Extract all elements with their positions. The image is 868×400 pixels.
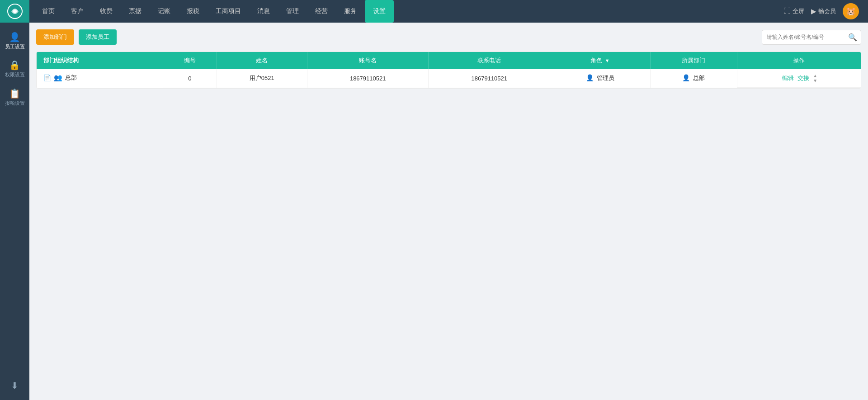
filter-icon: ▼ (605, 58, 610, 63)
content-area: 添加部门 添加员工 🔍 部门组织结构 📄 👥 总部 (29, 23, 868, 400)
table-row: 0 用户0521 18679110521 18679110521 👤 管理员 👤… (163, 69, 861, 88)
content-grid: 部门组织结构 📄 👥 总部 编号 姓名 账号名 联系电话 (36, 52, 861, 89)
edit-link[interactable]: 编辑 (782, 74, 794, 82)
top-navigation: 首页 客户 收费 票据 记账 报税 工商项目 消息 管理 经营 服务 设置 ⛶ … (0, 0, 868, 23)
fullscreen-button[interactable]: ⛶ 全屏 (783, 7, 804, 15)
cell-account: 18679110521 (307, 69, 429, 88)
nav-item-bizproject[interactable]: 工商项目 (208, 0, 249, 23)
scroll-down-button[interactable]: ▼ (813, 78, 817, 83)
sidebar-item-permission[interactable]: 🔒 权限设置 (0, 55, 29, 83)
permission-icon: 🔒 (9, 61, 20, 70)
main-layout: 👤 员工设置 🔒 权限设置 📋 报税设置 ⬇ 添加部门 添加员工 🔍 (0, 23, 868, 400)
sidebar-item-taxsettings[interactable]: 📋 报税设置 (0, 84, 29, 112)
sidebar: 👤 员工设置 🔒 权限设置 📋 报税设置 ⬇ (0, 23, 29, 400)
member-button[interactable]: ▶ 畅会员 (811, 7, 836, 15)
tree-file-icon: 📄 (43, 74, 51, 81)
cell-dept-label: 总部 (693, 75, 705, 81)
search-icon: 🔍 (848, 33, 857, 41)
col-role[interactable]: 角色 ▼ (550, 52, 651, 69)
nav-right: ⛶ 全屏 ▶ 畅会员 🐹 (783, 3, 868, 19)
nav-item-bill[interactable]: 票据 (121, 0, 150, 23)
sidebar-item-taxsettings-label: 报税设置 (5, 100, 25, 106)
cell-name: 用户0521 (217, 69, 307, 88)
video-icon: ▶ (811, 7, 816, 15)
logo-icon (7, 3, 23, 19)
sidebar-download-button[interactable]: ⬇ (0, 376, 29, 395)
sidebar-item-employee-label: 员工设置 (5, 43, 25, 50)
search-box: 🔍 (762, 30, 861, 45)
tree-dept-icon: 👥 (54, 74, 62, 82)
nav-item-tax[interactable]: 报税 (179, 0, 208, 23)
toolbar: 添加部门 添加员工 🔍 (36, 29, 861, 45)
nav-item-account[interactable]: 记账 (150, 0, 179, 23)
col-dept: 所属部门 (650, 52, 737, 69)
download-icon: ⬇ (11, 381, 19, 390)
tree-panel: 部门组织结构 📄 👥 总部 (37, 52, 163, 88)
col-name: 姓名 (217, 52, 307, 69)
member-label: 畅会员 (818, 7, 836, 15)
cell-role-label: 管理员 (597, 75, 614, 81)
add-employee-button[interactable]: 添加员工 (79, 29, 117, 45)
fullscreen-icon: ⛶ (783, 7, 791, 15)
nav-item-manage[interactable]: 管理 (278, 0, 307, 23)
table-panel: 编号 姓名 账号名 联系电话 角色 ▼ 所属部门 操作 (163, 52, 861, 88)
transfer-link[interactable]: 交接 (797, 74, 809, 82)
avatar[interactable]: 🐹 (843, 3, 859, 19)
sidebar-item-permission-label: 权限设置 (5, 71, 25, 78)
search-button[interactable]: 🔍 (844, 30, 861, 44)
avatar-icon: 🐹 (846, 6, 856, 16)
logo[interactable] (0, 0, 29, 23)
nav-items: 首页 客户 收费 票据 记账 报税 工商项目 消息 管理 经营 服务 设置 (29, 0, 783, 23)
tree-header: 部门组织结构 (37, 52, 163, 69)
nav-item-fee[interactable]: 收费 (92, 0, 121, 23)
cell-role: 👤 管理员 (550, 69, 651, 88)
search-input[interactable] (762, 31, 844, 43)
dept-user-icon: 👤 (682, 74, 690, 81)
employee-icon: 👤 (9, 33, 20, 42)
col-account: 账号名 (307, 52, 429, 69)
nav-item-client[interactable]: 客户 (63, 0, 92, 23)
taxsettings-icon: 📋 (9, 89, 20, 98)
cell-dept: 👤 总部 (650, 69, 737, 88)
nav-item-operation[interactable]: 经营 (307, 0, 336, 23)
nav-item-message[interactable]: 消息 (249, 0, 278, 23)
table-header-row: 编号 姓名 账号名 联系电话 角色 ▼ 所属部门 操作 (163, 52, 861, 69)
add-dept-button[interactable]: 添加部门 (36, 29, 74, 45)
cell-phone: 18679110521 (429, 69, 550, 88)
scroll-up-button[interactable]: ▲ (813, 73, 817, 78)
employee-table: 编号 姓名 账号名 联系电话 角色 ▼ 所属部门 操作 (163, 52, 861, 88)
nav-item-home[interactable]: 首页 (34, 0, 63, 23)
sidebar-item-employee[interactable]: 👤 员工设置 (0, 27, 29, 55)
tree-item-label: 总部 (65, 74, 77, 82)
svg-point-1 (13, 9, 17, 13)
tree-item-headquarters[interactable]: 📄 👥 总部 (37, 69, 163, 86)
col-actions: 操作 (737, 52, 861, 69)
col-id: 编号 (163, 52, 217, 69)
role-user-icon: 👤 (586, 74, 594, 81)
nav-item-service[interactable]: 服务 (336, 0, 365, 23)
col-phone: 联系电话 (429, 52, 550, 69)
fullscreen-label: 全屏 (793, 7, 804, 15)
cell-actions: 编辑 交接 ▲ ▼ (737, 69, 861, 88)
col-role-label: 角色 (590, 57, 602, 64)
cell-id: 0 (163, 69, 217, 88)
nav-item-settings[interactable]: 设置 (365, 0, 394, 23)
